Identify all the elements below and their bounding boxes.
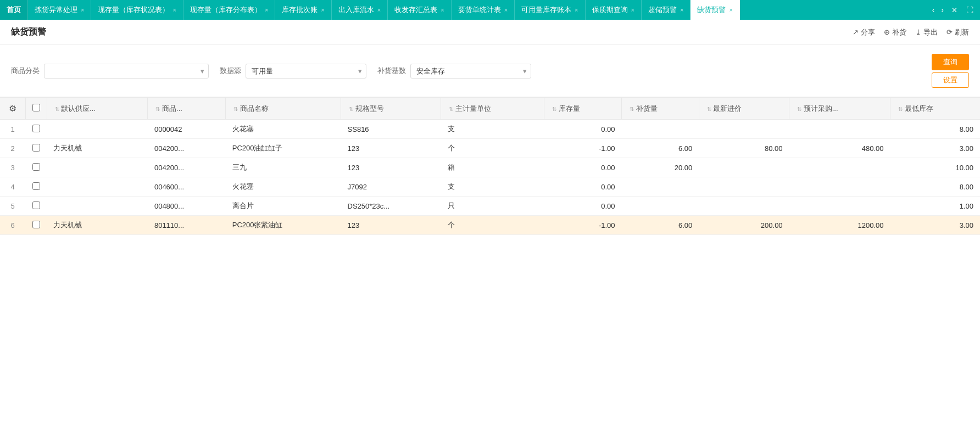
row-checkbox-1 — [25, 139, 47, 158]
col-sort-replenish[interactable]: ⇅ 补货量 — [628, 104, 658, 113]
cell-product_name-0: 火花塞 — [226, 120, 341, 139]
row-cb-5[interactable] — [32, 221, 40, 228]
replenish-base-select[interactable]: 安全库存 — [410, 64, 531, 79]
datasource-filter-group: 数据源 可用量 — [220, 64, 366, 79]
col-sort-stock[interactable]: ⇅ 库存量 — [551, 104, 580, 113]
replenish-icon: ⊕ — [884, 28, 890, 36]
nav-tab-2[interactable]: 现存量（库存状况表）× — [91, 0, 183, 20]
nav-tab-9[interactable]: 保质期查询× — [586, 0, 642, 20]
cell-stock-4: 0.00 — [544, 197, 622, 216]
settings-button[interactable]: 设置 — [932, 72, 969, 88]
cell-supplier-1: 力天机械 — [47, 139, 148, 158]
row-cb-0[interactable] — [32, 125, 40, 132]
col-sort-supplier[interactable]: ⇅ 默认供应... — [54, 104, 96, 113]
tab-close-btn-1[interactable]: × — [81, 7, 84, 13]
nav-tab-5[interactable]: 出入库流水× — [332, 0, 388, 20]
cell-latest_price-3 — [699, 177, 789, 197]
nav-tab-4[interactable]: 库存批次账× — [275, 0, 331, 20]
nav-tab-8[interactable]: 可用量库存账本× — [515, 0, 585, 20]
export-action[interactable]: ⤓ 导出 — [915, 27, 938, 37]
cell-spec-3: J7092 — [341, 177, 441, 197]
main-content: 缺货预警 ↗ 分享 ⊕ 补货 ⤓ 导出 ⟳ 刷新 商品分类 — [0, 20, 980, 437]
th-latest_price: ⇅ 最新进价 — [699, 98, 789, 120]
nav-prev-arrow[interactable]: ‹ — [929, 0, 938, 20]
row-cb-3[interactable] — [32, 182, 40, 190]
cell-replenish-0 — [622, 120, 699, 139]
datasource-select-wrapper: 可用量 — [246, 64, 366, 79]
query-button[interactable]: 查询 — [932, 54, 969, 70]
export-icon: ⤓ — [915, 28, 921, 36]
cell-est_purchase-5: 1200.00 — [789, 216, 890, 235]
tab-close-btn-5[interactable]: × — [377, 7, 381, 13]
cell-product_code-3: 004600... — [148, 177, 226, 197]
nav-close-all[interactable]: ✕ — [947, 0, 962, 20]
filter-bar: 商品分类 数据源 可用量 补货基数 安全库存 — [0, 45, 980, 97]
tab-close-btn-8[interactable]: × — [575, 7, 578, 13]
datasource-select[interactable]: 可用量 — [246, 64, 366, 79]
category-select[interactable] — [44, 64, 209, 79]
cell-supplier-0 — [47, 120, 148, 139]
cell-est_purchase-4 — [789, 197, 890, 216]
replenish-action[interactable]: ⊕ 补货 — [884, 27, 906, 37]
col-sort-unit[interactable]: ⇅ 主计量单位 — [448, 104, 491, 113]
share-icon: ↗ — [853, 28, 859, 36]
select-all-checkbox[interactable] — [32, 104, 40, 111]
cell-unit-5: 个 — [441, 216, 544, 235]
cell-est_purchase-0 — [789, 120, 890, 139]
cell-unit-4: 只 — [441, 197, 544, 216]
nav-tab-11[interactable]: 缺货预警× — [691, 0, 739, 20]
tab-close-btn-10[interactable]: × — [680, 7, 683, 13]
share-action[interactable]: ↗ 分享 — [853, 27, 875, 37]
tab-close-btn-2[interactable]: × — [172, 7, 176, 13]
tab-close-btn-7[interactable]: × — [504, 7, 508, 13]
row-cb-4[interactable] — [32, 201, 40, 209]
cell-min_stock-0: 8.00 — [890, 120, 980, 139]
row-num-5: 6 — [0, 216, 25, 235]
row-cb-1[interactable] — [32, 144, 40, 152]
nav-tab-3[interactable]: 现存量（库存分布表）× — [183, 0, 275, 20]
cell-stock-1: -1.00 — [544, 139, 622, 158]
cell-min_stock-5: 3.00 — [890, 216, 980, 235]
refresh-label: 刷新 — [955, 27, 969, 37]
tab-close-btn-4[interactable]: × — [321, 7, 324, 13]
tab-close-btn-9[interactable]: × — [631, 7, 634, 13]
cell-replenish-5: 6.00 — [622, 216, 699, 235]
refresh-icon: ⟳ — [946, 28, 953, 36]
datasource-label: 数据源 — [220, 66, 241, 76]
table-row: 4004600...火花塞J7092支0.008.00 — [0, 177, 980, 197]
nav-tab-10[interactable]: 超储预警× — [642, 0, 691, 20]
row-num-4: 5 — [0, 197, 25, 216]
refresh-action[interactable]: ⟳ 刷新 — [946, 27, 969, 37]
row-num-0: 1 — [0, 120, 25, 139]
col-sort-est_purchase[interactable]: ⇅ 预计采购... — [796, 104, 838, 113]
gear-icon[interactable]: ⚙ — [9, 104, 16, 113]
cell-product_code-5: 801110... — [148, 216, 226, 235]
nav-fullscreen[interactable]: ⛶ — [962, 0, 978, 20]
cell-spec-0: SS816 — [341, 120, 441, 139]
tab-close-btn-3[interactable]: × — [265, 7, 268, 13]
col-sort-latest_price[interactable]: ⇅ 最新进价 — [706, 104, 742, 113]
nav-tab-6[interactable]: 收发存汇总表× — [388, 0, 451, 20]
nav-tab-7[interactable]: 要货单统计表× — [452, 0, 515, 20]
cell-supplier-5: 力天机械 — [47, 216, 148, 235]
th-min_stock: ⇅ 最低库存 — [890, 98, 980, 120]
th-replenish: ⇅ 补货量 — [622, 98, 699, 120]
col-sort-product_name[interactable]: ⇅ 商品名称 — [232, 104, 269, 113]
table-row: 3004200...三九123箱0.0020.0010.00 — [0, 158, 980, 177]
cell-product_name-2: 三九 — [226, 158, 341, 177]
cell-est_purchase-3 — [789, 177, 890, 197]
nav-tab-1[interactable]: 拣货异常处理× — [28, 0, 91, 20]
nav-tab-0[interactable]: 首页 — [0, 0, 28, 20]
tab-close-btn-6[interactable]: × — [441, 7, 444, 13]
col-sort-product_code[interactable]: ⇅ 商品... — [154, 104, 182, 113]
row-cb-2[interactable] — [32, 163, 40, 171]
nav-next-arrow[interactable]: › — [938, 0, 947, 20]
cell-product_name-1: PC200油缸缸子 — [226, 139, 341, 158]
replenish-base-select-wrapper: 安全库存 — [410, 64, 531, 79]
col-sort-min_stock[interactable]: ⇅ 最低库存 — [897, 104, 933, 113]
tab-close-btn-11[interactable]: × — [729, 7, 732, 13]
col-sort-spec[interactable]: ⇅ 规格型号 — [348, 104, 384, 113]
cell-stock-3: 0.00 — [544, 177, 622, 197]
th-row-num: ⚙ — [0, 98, 25, 120]
cell-supplier-2 — [47, 158, 148, 177]
